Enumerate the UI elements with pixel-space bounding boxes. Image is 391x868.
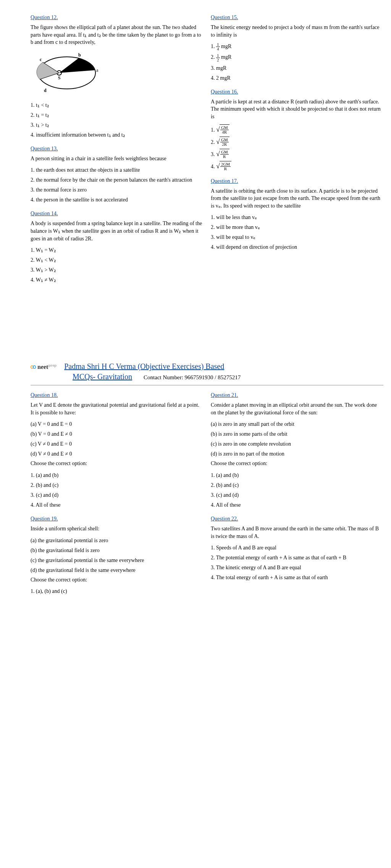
q12-title[interactable]: Question 12. [31,14,203,21]
q18-opt4: 4. All of these [31,501,203,509]
q15-title[interactable]: Question 15. [211,14,383,21]
contact-number: Contact Number: 9667591930 / 85275217 [144,374,241,381]
q15-options: 1. 14 mgR 2. 12 mgR 3. mgR 4. 2 mgR [211,42,383,82]
q12-opt2: 2. t₁ = t₂ [31,111,203,119]
q21-sub-b: (b) is zero in some parts of the orbit [211,430,383,438]
q18-subs: (a) V = 0 and E = 0 (b) V = 0 and E ≠ 0 … [31,420,203,458]
left-column-1: Question 12. The figure shows the ellipt… [31,8,203,286]
q18-opt2: 2. (b) and (c) [31,481,203,489]
q22-title[interactable]: Question 22. [211,516,383,522]
q19-sub-a: (a) the gravitational potential is zero [31,536,203,544]
q16-opt3: 3. GMR [211,149,383,159]
q21-title[interactable]: Question 21. [211,392,383,398]
orbit-svg: S a b c d [34,52,99,94]
q18-opt3: 3. (c) and (d) [31,491,203,499]
q19-options: 1. (a), (b) and (c) [31,587,203,595]
page2-header: neetprep Padma Shri H C Verma (Objective… [31,362,383,385]
page2-columns: Question 18. Let V and E denote the grav… [31,385,383,597]
svg-text:d: d [44,88,47,93]
q18-options: 1. (a) and (b) 2. (b) and (c) 3. (c) and… [31,471,203,509]
q14-opt2: 2. W₁ < W₂ [31,256,203,264]
q16-options: 1. GM4R 2. GM2R 3. GMR 4. 2GMR [211,124,383,171]
q13-opt4: 4. the person in the satellite is not ac… [31,196,203,204]
q15-opt2: 2. 12 mgR [211,53,383,62]
page-break [31,286,383,362]
neetprep-logo: neetprep [31,363,57,370]
right-column-2: Question 21. Consider a planet moving in… [211,385,383,597]
q19-opt1: 1. (a), (b) and (c) [31,587,203,595]
q17-opt4: 4. will depend on direction of projectio… [211,243,383,251]
q21-opt1: 1. (a) and (b) [211,471,383,479]
q13-options: 1. the earth does not attract the object… [31,166,203,204]
q21-opt4: 4. All of these [211,501,383,509]
q19-title[interactable]: Question 19. [31,516,203,522]
chapter-title-link[interactable]: Padma Shri H C Verma (Objective Exercise… [64,362,224,371]
q15-opt3: 3. mgR [211,64,383,72]
svg-text:c: c [40,57,42,62]
q17-opt2: 2. will be more than vₑ [211,223,383,231]
svg-text:a: a [96,68,99,73]
q18-sub-c: (c) V ≠ 0 and E = 0 [31,440,203,448]
q12-text: The figure shows the elliptical path of … [31,24,203,46]
question-13: Question 13. A person sitting in a chair… [31,146,203,204]
q14-opt3: 3. W₁ > W₂ [31,266,203,274]
q12-opt1: 1. t₁ < t₂ [31,101,203,109]
q16-opt2: 2. GM2R [211,137,383,147]
q15-text: The kinetic energy needed to project a b… [211,24,383,39]
logo-icon [31,364,36,370]
q19-choose: Choose the correct option: [31,576,203,584]
q16-opt4: 4. 2GMR [211,161,383,171]
q16-text: A particle is kept at rest at a distance… [211,98,383,121]
q21-options: 1. (a) and (b) 2. (b) and (c) 3. (c) and… [211,471,383,509]
q18-sub-b: (b) V = 0 and E ≠ 0 [31,430,203,438]
q21-sub-c: (c) is zero in one complete revolution [211,440,383,448]
q13-title[interactable]: Question 13. [31,146,203,152]
q18-sub-d: (d) V ≠ 0 and E ≠ 0 [31,450,203,458]
q17-text: A satellite is orbiting the earth close … [211,187,383,210]
q16-opt1: 1. GM4R [211,124,383,135]
q21-choose: Choose the correct option: [211,460,383,467]
q19-subs: (a) the gravitational potential is zero … [31,536,203,574]
q13-text: A person sitting in a chair in a satelli… [31,155,203,163]
question-17: Question 17. A satellite is orbiting the… [211,178,383,251]
q18-choose: Choose the correct option: [31,460,203,467]
q22-options: 1. Speeds of A and B are equal 2. The po… [211,544,383,581]
q19-text: Inside a uniform spherical shell: [31,525,203,533]
q22-opt2: 2. The potential energy of earth + A is … [211,554,383,562]
right-column-1: Question 15. The kinetic energy needed t… [211,8,383,286]
q15-opt1: 1. 14 mgR [211,42,383,51]
q18-title[interactable]: Question 18. [31,392,203,398]
question-21: Question 21. Consider a planet moving in… [211,392,383,509]
q16-title[interactable]: Question 16. [211,89,383,95]
q12-options: 1. t₁ < t₂ 2. t₁ = t₂ 3. t₁ > t₂ 4. insu… [31,101,203,139]
q21-subs: (a) is zero in any small part of the orb… [211,420,383,458]
q17-opt3: 3. will be equal to vₑ [211,233,383,241]
svg-text:b: b [78,52,81,58]
q17-options: 1. will be less than vₑ 2. will be more … [211,213,383,251]
q14-options: 1. W₁ = W₂ 2. W₁ < W₂ 3. W₁ > W₂ 4. W₁ ≠… [31,246,203,284]
q17-opt1: 1. will be less than vₑ [211,213,383,221]
q18-sub-a: (a) V = 0 and E = 0 [31,420,203,428]
question-19: Question 19. Inside a uniform spherical … [31,516,203,595]
q14-opt1: 1. W₁ = W₂ [31,246,203,254]
q22-opt1: 1. Speeds of A and B are equal [211,544,383,552]
q14-opt4: 4. W₁ ≠ W₂ [31,276,203,284]
q13-opt1: 1. the earth does not attract the object… [31,166,203,174]
q21-sub-d: (d) is zero in no part of the motion [211,450,383,458]
svg-text:S: S [58,75,61,81]
q21-opt2: 2. (b) and (c) [211,481,383,489]
q17-title[interactable]: Question 17. [211,178,383,184]
ellipse-figure: S a b c d [34,52,203,95]
question-12: Question 12. The figure shows the ellipt… [31,14,203,139]
q14-title[interactable]: Question 14. [31,211,203,217]
q15-opt4: 4. 2 mgR [211,74,383,82]
q18-opt1: 1. (a) and (b) [31,471,203,479]
mcq-subtitle-link[interactable]: MCQs- Gravitation [73,372,132,381]
q19-sub-c: (c) the gravitational potential is the s… [31,556,203,564]
question-18: Question 18. Let V and E denote the grav… [31,392,203,509]
q18-text: Let V and E denote the gravitational pot… [31,401,203,416]
q22-opt3: 3. The kinetic energy of A and B are equ… [211,564,383,572]
q19-sub-b: (b) the gravitational field is zero [31,546,203,554]
left-column-2: Question 18. Let V and E denote the grav… [31,385,203,597]
q13-opt3: 3. the normal force is zero [31,186,203,194]
